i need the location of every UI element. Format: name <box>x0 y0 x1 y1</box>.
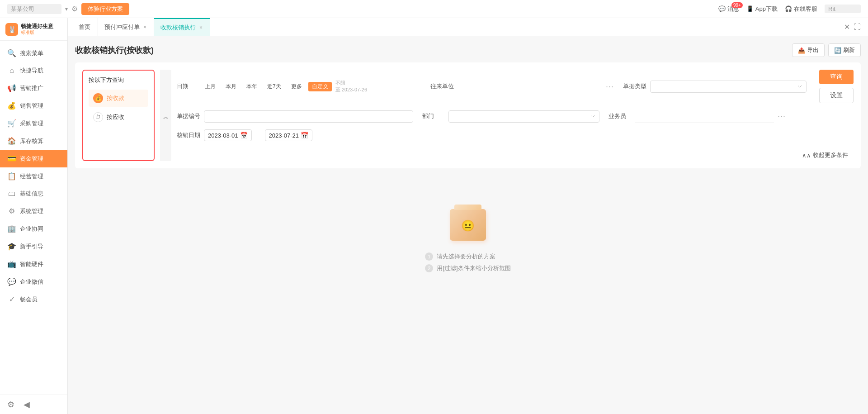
writeoff-date-range: 2023-03-01 📅 — 2023-07-21 📅 <box>204 129 312 141</box>
filter-panel: 按以下方查询 💰 按收款 ⏱ 按应收 《 <box>75 62 861 168</box>
empty-face-icon: 😐 <box>461 219 475 232</box>
sidebar: 🐰 畅捷通好生意 标准版 🔍 搜索菜单 ⌂ 快捷导航 📢 营销推广 💰 <box>0 18 68 414</box>
sidebar-item-label: 经营管理 <box>20 172 43 181</box>
date-btn-7days[interactable]: 近7天 <box>264 81 285 92</box>
filter-option-receipt[interactable]: 💰 按收款 <box>89 90 148 107</box>
inventory-icon: 🏠 <box>7 137 16 145</box>
export-button[interactable]: 📤 导出 <box>792 43 825 57</box>
sidebar-item-search[interactable]: 🔍 搜索菜单 <box>0 44 67 62</box>
member-icon: ✓ <box>7 295 16 304</box>
sidebar-item-label: 资金管理 <box>20 155 43 163</box>
date-label: 日期 <box>177 82 199 90</box>
collapse-more-button[interactable]: ∧∧ 收起更多条件 <box>797 149 854 161</box>
top-bar-right: 💬 消息 99+ 📱 App下载 🎧 在线客服 Rit <box>718 5 861 13</box>
refresh-button[interactable]: 🔄 刷新 <box>828 43 861 57</box>
sidebar-item-hardware[interactable]: 📺 智能硬件 <box>0 255 67 273</box>
app-icon: 📱 <box>746 5 754 12</box>
tab-receipt-close[interactable]: × <box>198 24 203 32</box>
calendar-start-icon[interactable]: 📅 <box>240 132 248 139</box>
doctype-label: 单据类型 <box>623 82 646 90</box>
sidebar-item-system[interactable]: ⚙ 系统管理 <box>0 202 67 220</box>
calendar-end-icon[interactable]: 📅 <box>301 132 308 139</box>
company-dropdown-icon[interactable]: ▾ <box>65 6 68 12</box>
sidebar-item-enterprise[interactable]: 🏢 企业协同 <box>0 220 67 238</box>
sidebar-item-capital[interactable]: 💳 资金管理 <box>0 150 67 167</box>
message-badge: 99+ <box>731 2 743 8</box>
doctype-select[interactable] <box>650 81 807 93</box>
filter-option-receivable[interactable]: ⏱ 按应收 <box>89 109 148 126</box>
tab-prepay-close[interactable]: × <box>142 23 147 31</box>
app-label: App下载 <box>755 5 778 13</box>
tab-close-all-icon[interactable]: ✕ <box>844 23 850 31</box>
sidebar-item-shortcut[interactable]: ⌂ 快捷导航 <box>0 62 67 79</box>
sidebar-item-label: 新手引导 <box>20 243 43 251</box>
date-btn-this-year[interactable]: 本年 <box>243 81 261 92</box>
writeoff-date-start-input[interactable]: 2023-03-01 📅 <box>204 129 252 141</box>
doctype-filter-group: 单据类型 <box>623 81 807 93</box>
counterparty-more-icon[interactable]: ··· <box>606 82 614 91</box>
service-label: 在线客服 <box>794 5 817 13</box>
docno-input[interactable] <box>204 110 413 123</box>
enterprise-icon: 🏢 <box>7 224 16 233</box>
sidebar-item-label: 库存核算 <box>20 137 43 145</box>
dept-select[interactable] <box>448 110 599 123</box>
filter-collapse-button[interactable]: 《 <box>160 70 171 161</box>
writeoff-date-end-input[interactable]: 2023-07-21 📅 <box>265 129 313 141</box>
hint-num-1: 1 <box>425 252 433 261</box>
footer-settings-icon[interactable]: ⚙ <box>7 400 14 409</box>
app-download-button[interactable]: 📱 App下载 <box>746 5 778 13</box>
staff-more-icon[interactable]: ··· <box>778 112 786 121</box>
page-title: 收款核销执行(按收款) <box>75 45 154 56</box>
tab-home[interactable]: 首页 <box>71 18 98 36</box>
sidebar-item-inventory[interactable]: 🏠 库存核算 <box>0 132 67 150</box>
date-range-separator: — <box>255 132 261 139</box>
sidebar-item-label: 快捷导航 <box>20 67 43 75</box>
service-button[interactable]: 🎧 在线客服 <box>785 5 817 13</box>
page-header: 收款核销执行(按收款) 📤 导出 🔄 刷新 <box>75 43 861 57</box>
staff-label: 业务员 <box>609 112 631 120</box>
date-btn-custom[interactable]: 自定义 <box>308 82 332 91</box>
sidebar-item-label: 系统管理 <box>20 207 43 215</box>
tab-expand-icon[interactable]: ⛶ <box>854 23 861 31</box>
sidebar-item-guide[interactable]: 🎓 新手引导 <box>0 238 67 255</box>
sidebar-item-wechat[interactable]: 💬 企业微信 <box>0 273 67 290</box>
date-to-text: 至 2023-07-26 <box>335 86 367 93</box>
sidebar-item-label: 企业微信 <box>20 278 43 286</box>
sidebar-collapse-icon[interactable]: ◀ <box>24 400 30 409</box>
company-selector[interactable]: 某某公司 <box>7 4 61 14</box>
sidebar-item-purchase[interactable]: 🛒 采购管理 <box>0 114 67 132</box>
hardware-icon: 📺 <box>7 260 16 268</box>
top-bar: 某某公司 ▾ ⚙ 体验行业方案 💬 消息 99+ 📱 App下载 🎧 在线客服 … <box>0 0 868 18</box>
sidebar-item-label: 销售管理 <box>20 102 43 110</box>
chevron-up-icon: ∧∧ <box>802 152 811 159</box>
sidebar-item-sales[interactable]: 💰 销售管理 <box>0 97 67 114</box>
query-button[interactable]: 查询 <box>819 70 854 84</box>
sidebar-item-marketing[interactable]: 📢 营销推广 <box>0 79 67 97</box>
tab-receipt[interactable]: 收款核销执行 × <box>154 18 210 36</box>
receipt-option-icon: 💰 <box>93 93 103 103</box>
date-quick-buttons: 上月 本月 本年 近7天 更多 自定义 <box>201 81 332 92</box>
date-btn-more[interactable]: 更多 <box>288 81 306 92</box>
sidebar-item-operation[interactable]: 📋 经营管理 <box>0 167 67 185</box>
date-btn-this-month[interactable]: 本月 <box>222 81 240 92</box>
date-btn-last-month[interactable]: 上月 <box>201 81 219 92</box>
message-icon: 💬 <box>718 5 726 12</box>
main-layout: 🐰 畅捷通好生意 标准版 🔍 搜索菜单 ⌂ 快捷导航 📢 营销推广 💰 <box>0 18 868 414</box>
solution-button[interactable]: 体验行业方案 <box>81 3 129 15</box>
hint-text-1: 请先选择要分析的方案 <box>437 252 495 261</box>
empty-hints: 1 请先选择要分析的方案 2 用[过滤]条件来缩小分析范围 <box>425 252 510 272</box>
collapse-more-label: 收起更多条件 <box>813 151 848 159</box>
message-button[interactable]: 💬 消息 99+ <box>718 5 739 13</box>
tab-prepay[interactable]: 预付冲应付单 × <box>98 18 154 36</box>
settings-icon[interactable]: ⚙ <box>71 5 78 13</box>
filter-fields: 日期 上月 本月 本年 近7天 更多 自定义 不限 至 <box>177 70 854 161</box>
filter-type-selector: 按以下方查询 💰 按收款 ⏱ 按应收 <box>82 70 155 161</box>
user-menu[interactable]: Rit <box>825 5 861 13</box>
home-icon: ⌂ <box>7 67 16 75</box>
sidebar-item-member[interactable]: ✓ 畅会员 <box>0 290 67 308</box>
sidebar-item-basic[interactable]: 🗃 基础信息 <box>0 185 67 202</box>
tab-bar-actions: ✕ ⛶ <box>844 23 864 31</box>
setting-button[interactable]: 设置 <box>819 88 854 103</box>
receivable-option-icon: ⏱ <box>93 112 103 122</box>
sidebar-item-label: 搜索菜单 <box>20 49 43 57</box>
